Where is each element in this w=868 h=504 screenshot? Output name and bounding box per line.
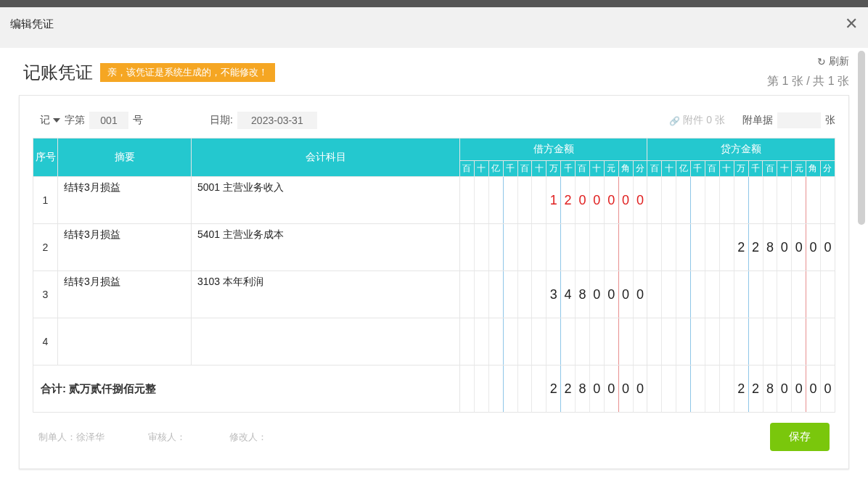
date-label: 日期: <box>210 114 233 127</box>
digit <box>475 224 489 270</box>
footer-row: 制单人：徐泽华 审核人： 修改人： 保存 <box>33 413 835 451</box>
amount-cell[interactable] <box>460 224 647 271</box>
digit <box>504 224 518 270</box>
digit <box>605 224 619 270</box>
digit <box>792 318 806 365</box>
window-chrome <box>0 0 868 7</box>
digit: 0 <box>619 177 634 223</box>
account-cell[interactable]: 5401 主营业务成本 <box>192 224 460 271</box>
digit <box>691 177 705 223</box>
summary-cell[interactable]: 结转3月损益 <box>58 177 192 224</box>
modifier-label: 修改人： <box>229 431 267 444</box>
amount-cell[interactable] <box>647 177 835 224</box>
account-cell[interactable]: 3103 本年利润 <box>192 271 460 318</box>
digit <box>532 224 546 270</box>
digit <box>634 224 647 270</box>
digit <box>489 271 504 318</box>
col-account: 会计科目 <box>192 139 460 177</box>
digit: 0 <box>634 177 647 223</box>
voucher-type-label: 记 <box>40 114 50 127</box>
digit <box>705 318 720 365</box>
voucher-table: 序号 摘要 会计科目 借方金额 贷方金额 百十亿千百十万千百十元角分百十亿千百十… <box>33 138 835 413</box>
attachment-link[interactable]: 附件 0 张 <box>669 114 725 127</box>
digit <box>532 318 546 365</box>
account-cell[interactable]: 5001 主营业务收入 <box>192 177 460 224</box>
refresh-button[interactable]: 刷新 <box>817 55 849 68</box>
row-index: 1 <box>33 177 58 224</box>
digit: 4 <box>561 271 576 318</box>
table-row: 2结转3月损益5401 主营业务成本2280000 <box>33 224 835 271</box>
unit-header-cell: 十 <box>662 161 676 177</box>
digit: 0 <box>777 224 792 270</box>
amount-cell[interactable]: 2280000 <box>647 365 835 413</box>
digit <box>676 224 691 270</box>
digit <box>532 271 546 318</box>
digit: 0 <box>605 271 619 318</box>
amount-cell[interactable]: 2280000 <box>647 224 835 271</box>
digit <box>460 224 475 270</box>
digit <box>460 365 475 412</box>
digit <box>504 271 518 318</box>
digit <box>676 318 691 365</box>
unit-header-cell: 分 <box>633 161 647 177</box>
unit-header-cell: 万 <box>546 161 561 177</box>
unit-header-cell: 十 <box>719 161 734 177</box>
col-idx: 序号 <box>33 139 58 177</box>
digit <box>590 318 605 365</box>
digit <box>475 318 489 365</box>
digit <box>460 318 475 365</box>
digit <box>720 224 734 270</box>
unit-header-cell: 十 <box>532 161 546 177</box>
digit <box>590 224 605 270</box>
digit <box>720 365 734 412</box>
voucher-type-select[interactable]: 记 <box>40 114 60 127</box>
col-debit: 借方金额 <box>460 139 647 161</box>
readonly-warning-badge: 亲，该凭证是系统生成的，不能修改！ <box>100 63 275 82</box>
amount-cell[interactable]: 2280000 <box>460 365 647 413</box>
digit <box>777 177 792 223</box>
digit <box>763 177 778 223</box>
unit-header-cell: 万 <box>734 161 748 177</box>
bill-count-input[interactable] <box>777 112 821 128</box>
amount-cell[interactable]: 1200000 <box>460 177 647 224</box>
account-cell[interactable] <box>192 318 460 365</box>
digit <box>662 365 676 412</box>
summary-cell[interactable] <box>58 318 192 365</box>
digit <box>647 318 662 365</box>
digit: 2 <box>734 365 749 412</box>
voucher-card: 记 字第 001 号 日期: 2023-03-31 附件 0 张 附单据 张 <box>19 95 849 469</box>
digit: 8 <box>576 365 590 412</box>
summary-cell[interactable]: 结转3月损益 <box>58 271 192 318</box>
amount-cell[interactable]: 3480000 <box>460 271 647 318</box>
digit <box>504 365 518 412</box>
digit <box>518 365 533 412</box>
amount-cell[interactable] <box>460 318 647 365</box>
digit <box>489 365 504 412</box>
digit <box>532 365 546 412</box>
hao-label: 号 <box>133 114 143 127</box>
digit <box>792 271 806 318</box>
digit <box>691 224 705 270</box>
digit <box>792 177 806 223</box>
amount-cell[interactable] <box>647 318 835 365</box>
table-row: 1结转3月损益5001 主营业务收入1200000 <box>33 177 835 224</box>
voucher-number-input[interactable]: 001 <box>89 112 128 129</box>
digit: 1 <box>546 177 561 223</box>
unit-header-cell: 千 <box>748 161 763 177</box>
unit-header-cell: 亿 <box>676 161 691 177</box>
summary-cell[interactable]: 结转3月损益 <box>58 224 192 271</box>
date-input[interactable]: 2023-03-31 <box>237 112 317 129</box>
save-button[interactable]: 保存 <box>770 423 830 451</box>
digit <box>619 224 634 270</box>
bill-label: 附单据 <box>742 114 773 127</box>
close-icon[interactable]: ✕ <box>845 15 858 33</box>
unit-header-cell: 元 <box>792 161 806 177</box>
scrollbar[interactable] <box>858 51 865 225</box>
digit: 0 <box>792 224 806 270</box>
digit: 0 <box>590 177 605 223</box>
digit <box>705 271 720 318</box>
amount-cell[interactable] <box>647 271 835 318</box>
col-credit: 贷方金额 <box>647 139 835 161</box>
digit <box>691 318 705 365</box>
maker-label: 制单人：徐泽华 <box>38 431 105 444</box>
